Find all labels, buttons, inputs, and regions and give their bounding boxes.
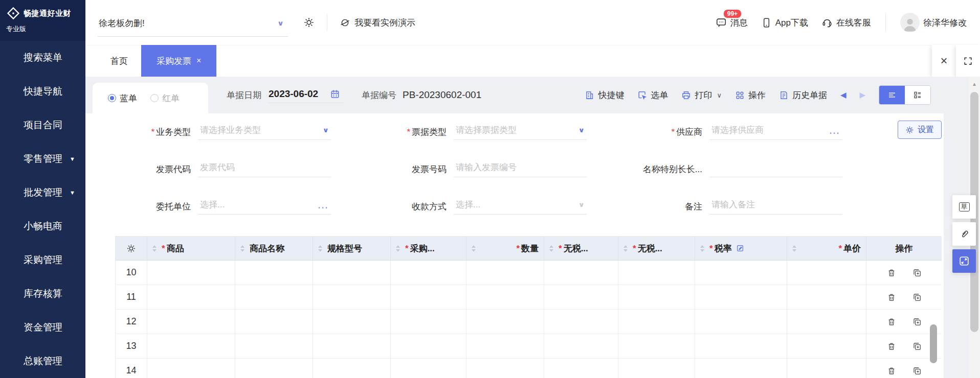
doc-date-input[interactable] (269, 88, 326, 100)
radio-blue-doc[interactable]: 蓝单 (108, 92, 137, 104)
cell-purchase[interactable] (391, 285, 466, 310)
next-doc-arrow[interactable]: ▶ (859, 90, 865, 100)
sidebar-item-retail-mgmt[interactable]: 零售管理▼ (0, 142, 85, 176)
cell-quantity[interactable] (466, 310, 544, 334)
remark-field[interactable] (709, 199, 842, 215)
shortcut-keys-button[interactable]: 快捷键 (585, 89, 624, 101)
edit-taxrate-icon[interactable] (736, 244, 744, 252)
cell-product[interactable] (147, 261, 235, 285)
cell-notax-price[interactable] (618, 310, 695, 334)
attachment-button[interactable] (952, 222, 976, 246)
column-header-product-name[interactable]: 商品名称 (235, 237, 313, 261)
cell-quantity[interactable] (466, 359, 544, 378)
column-settings-gear-button[interactable] (116, 237, 147, 261)
user-menu[interactable]: 徐泽华修改 (900, 13, 967, 32)
copy-row-icon[interactable] (912, 317, 922, 326)
cell-notax-price[interactable] (618, 359, 695, 378)
column-header-purchase[interactable]: *采购... (391, 237, 466, 261)
cell-product[interactable] (147, 359, 235, 378)
cell-spec[interactable] (313, 285, 391, 310)
column-header-spec[interactable]: 规格型号 (313, 237, 391, 261)
sort-icon[interactable] (152, 245, 157, 252)
tab-home[interactable]: 首页 (97, 45, 141, 77)
settings-gear-button[interactable] (303, 17, 315, 28)
sidebar-item-purchase-mgmt[interactable]: 采购管理 (0, 243, 85, 277)
sidebar-item-project-contract[interactable]: 项目合同 (0, 108, 85, 142)
cell-product-name[interactable] (235, 359, 313, 378)
operations-button[interactable]: 操作 (735, 89, 766, 101)
copy-row-icon[interactable] (912, 268, 922, 277)
detail-view-toggle[interactable] (905, 86, 930, 104)
cell-purchase[interactable] (391, 334, 466, 359)
pick-order-button[interactable]: 选单 (637, 89, 668, 101)
fullscreen-button[interactable] (956, 45, 980, 77)
sort-icon[interactable] (792, 245, 796, 252)
close-all-tabs-button[interactable]: × (932, 45, 956, 77)
entrust-unit-input[interactable] (200, 200, 314, 210)
payment-method-select[interactable]: ∨ (454, 199, 587, 215)
business-type-select[interactable]: ∨ (198, 124, 331, 140)
cell-purchase[interactable] (391, 359, 466, 378)
radio-red-doc[interactable]: 红单 (150, 92, 180, 104)
cell-quantity[interactable] (466, 261, 544, 285)
cell-notax-amount[interactable] (544, 334, 618, 359)
cell-notax-price[interactable] (618, 261, 695, 285)
cell-taxrate[interactable] (695, 310, 787, 334)
delete-row-icon[interactable] (887, 268, 896, 277)
app-download-button[interactable]: App下载 (761, 17, 808, 29)
cell-notax-price[interactable] (618, 334, 695, 359)
cell-product-name[interactable] (235, 310, 313, 334)
delete-row-icon[interactable] (887, 366, 896, 375)
ellipsis-icon[interactable]: … (317, 202, 329, 207)
cell-notax-price[interactable] (618, 285, 695, 310)
sidebar-item-inventory-accounting[interactable]: 库存核算 (0, 277, 85, 311)
cell-spec[interactable] (313, 334, 391, 359)
table-scrollbar-thumb[interactable] (930, 324, 937, 363)
cell-notax-amount[interactable] (544, 310, 618, 334)
history-docs-button[interactable]: 历史单据 (779, 89, 827, 101)
cell-price[interactable] (787, 285, 866, 310)
cell-product[interactable] (147, 310, 235, 334)
column-header-product[interactable]: *商品 (147, 237, 235, 261)
cell-product-name[interactable] (235, 334, 313, 359)
column-header-price[interactable]: *单价 (787, 237, 866, 261)
column-header-taxrate[interactable]: *税率 (695, 237, 787, 261)
delete-row-icon[interactable] (887, 342, 896, 351)
sidebar-item-xiaochang-ecommerce[interactable]: 小畅电商 (0, 209, 85, 243)
cell-notax-amount[interactable] (544, 261, 618, 285)
delete-row-icon[interactable] (887, 317, 896, 326)
business-type-input[interactable] (200, 125, 320, 135)
payment-method-input[interactable] (456, 200, 575, 210)
sidebar-item-fund-mgmt[interactable]: 资金管理 (0, 311, 85, 344)
prev-doc-arrow[interactable]: ◀ (840, 90, 847, 100)
tab-purchase-invoice[interactable]: 采购发票 × (141, 45, 216, 77)
sidebar-item-quick-nav[interactable]: 快捷导航 (0, 75, 85, 108)
scroll-up-icon[interactable]: ▲ (969, 77, 980, 87)
sort-icon[interactable] (472, 245, 476, 252)
remark-input[interactable] (711, 200, 840, 210)
invoice-number-input[interactable] (456, 162, 585, 173)
messages-button[interactable]: 99+ 消息 (716, 17, 748, 29)
column-header-quantity[interactable]: *数量 (466, 237, 544, 261)
supplier-input[interactable] (711, 125, 826, 135)
copy-row-icon[interactable] (912, 342, 922, 351)
sort-icon[interactable] (318, 245, 322, 252)
column-header-notax-amount[interactable]: *无税... (544, 237, 618, 261)
invoice-code-input[interactable] (200, 162, 329, 173)
invoice-code-field[interactable] (198, 161, 331, 177)
cell-quantity[interactable] (466, 285, 544, 310)
cell-quantity[interactable] (466, 334, 544, 359)
ellipsis-icon[interactable]: … (829, 128, 840, 133)
cell-taxrate[interactable] (695, 359, 787, 378)
bill-type-input[interactable] (456, 125, 575, 135)
copy-row-icon[interactable] (912, 293, 922, 302)
cell-purchase[interactable] (391, 310, 466, 334)
cell-spec[interactable] (313, 310, 391, 334)
invoice-number-field[interactable] (454, 161, 587, 177)
cell-notax-amount[interactable] (544, 359, 618, 378)
expand-button[interactable] (952, 249, 976, 273)
sort-icon[interactable] (240, 245, 244, 252)
cell-taxrate[interactable] (695, 261, 787, 285)
sort-icon[interactable] (623, 245, 628, 252)
cell-price[interactable] (787, 261, 866, 285)
